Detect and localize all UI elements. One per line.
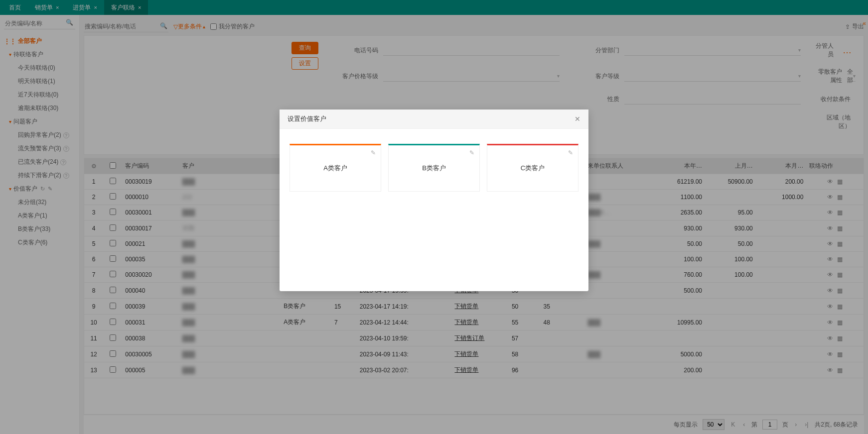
card-label: C类客户 [521, 164, 545, 173]
edit-icon[interactable]: ✎ [371, 149, 376, 156]
value-card[interactable]: ✎B类客户 [388, 144, 480, 192]
edit-icon[interactable]: ✎ [469, 149, 474, 156]
close-icon[interactable]: ✕ [575, 115, 580, 123]
modal-title: 设置价值客户 [288, 114, 326, 123]
value-customer-modal: 设置价值客户 ✕ ✎A类客户✎B类客户✎C类客户 [280, 109, 588, 291]
value-card[interactable]: ✎A类客户 [289, 144, 381, 192]
value-card[interactable]: ✎C类客户 [487, 144, 579, 192]
card-label: B类客户 [422, 164, 446, 173]
card-label: A类客户 [323, 164, 347, 173]
edit-icon[interactable]: ✎ [568, 149, 573, 156]
modal-overlay[interactable]: 设置价值客户 ✕ ✎A类客户✎B类客户✎C类客户 [0, 0, 868, 434]
